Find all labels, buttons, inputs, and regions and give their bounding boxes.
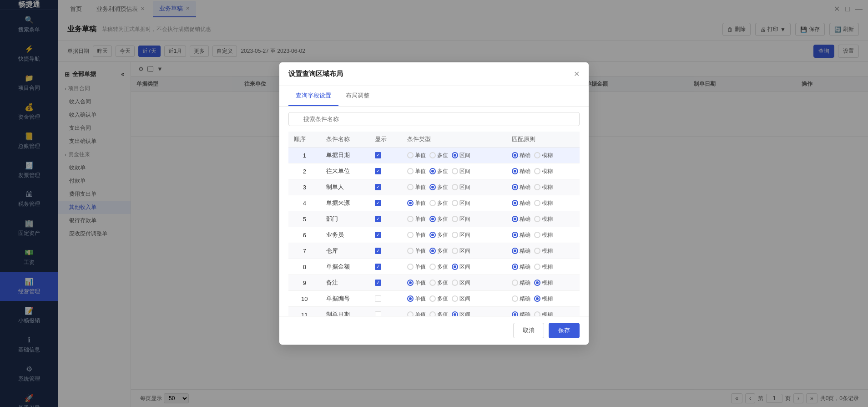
type-range-radio[interactable]: 区间	[452, 247, 470, 255]
cell-show[interactable]	[369, 275, 402, 291]
cell-order: 9	[288, 275, 321, 291]
type-single-radio[interactable]: 单值	[407, 168, 426, 175]
match-exact-radio[interactable]: 精确	[512, 199, 530, 207]
type-single-radio[interactable]: 单值	[407, 183, 426, 191]
search-wrapper: 🔍	[288, 112, 580, 126]
dialog-close-button[interactable]: ✕	[574, 70, 580, 78]
type-single-radio[interactable]: 单值	[407, 247, 426, 255]
match-exact-radio[interactable]: 精确	[512, 231, 530, 239]
show-checkbox[interactable]	[375, 248, 381, 254]
type-range-radio[interactable]: 区间	[452, 215, 470, 223]
match-exact-radio[interactable]: 精确	[512, 263, 530, 271]
show-checkbox[interactable]	[375, 232, 381, 238]
match-exact-radio[interactable]: 精确	[512, 279, 530, 287]
match-fuzzy-radio[interactable]: 模糊	[534, 279, 553, 287]
cell-show[interactable]	[369, 148, 402, 163]
show-checkbox[interactable]	[375, 168, 381, 174]
type-multi-radio[interactable]: 多值	[429, 215, 448, 223]
match-fuzzy-radio[interactable]: 模糊	[534, 231, 553, 239]
dialog-search-input[interactable]	[288, 112, 580, 126]
type-range-radio[interactable]: 区间	[452, 168, 470, 175]
match-exact-radio[interactable]: 精确	[512, 183, 530, 191]
match-exact-radio[interactable]: 精确	[512, 295, 530, 303]
cell-show[interactable]	[369, 259, 402, 275]
show-checkbox[interactable]	[375, 216, 381, 222]
show-checkbox[interactable]	[375, 152, 381, 158]
type-multi-radio[interactable]: 多值	[429, 199, 448, 207]
cell-type: 单值 多值 区间	[402, 291, 506, 307]
show-checkbox[interactable]	[375, 200, 381, 206]
type-single-radio[interactable]: 单值	[407, 199, 426, 207]
show-checkbox-empty[interactable]	[375, 311, 381, 316]
type-range-radio[interactable]: 区间	[452, 152, 470, 159]
show-checkbox[interactable]	[375, 280, 381, 286]
cell-match: 精确 模糊	[506, 195, 580, 211]
cell-show[interactable]	[369, 195, 402, 211]
match-fuzzy-radio[interactable]: 模糊	[534, 199, 553, 207]
type-multi-radio[interactable]: 多值	[429, 168, 448, 175]
cell-show[interactable]	[369, 179, 402, 195]
type-multi-radio[interactable]: 多值	[429, 247, 448, 255]
type-multi-radio[interactable]: 多值	[429, 295, 448, 303]
type-single-radio[interactable]: 单值	[407, 311, 426, 316]
dialog-overlay: 设置查询区域布局 ✕ 查询字段设置 布局调整 🔍	[0, 0, 868, 407]
cell-name: 制单人	[321, 179, 369, 195]
cancel-button[interactable]: 取消	[513, 323, 544, 338]
cell-show[interactable]	[369, 163, 402, 179]
cell-show[interactable]	[369, 243, 402, 259]
type-range-radio[interactable]: 区间	[452, 279, 470, 287]
match-fuzzy-radio[interactable]: 模糊	[534, 168, 553, 175]
match-fuzzy-radio[interactable]: 模糊	[534, 247, 553, 255]
match-exact-radio[interactable]: 精确	[512, 311, 530, 316]
type-multi-radio[interactable]: 多值	[429, 183, 448, 191]
type-single-radio[interactable]: 单值	[407, 152, 426, 159]
match-exact-radio[interactable]: 精确	[512, 247, 530, 255]
cell-match: 精确 模糊	[506, 148, 580, 163]
match-exact-radio[interactable]: 精确	[512, 152, 530, 159]
cell-show[interactable]	[369, 227, 402, 243]
type-range-radio[interactable]: 区间	[452, 311, 470, 316]
match-fuzzy-radio[interactable]: 模糊	[534, 263, 553, 271]
cell-name: 部门	[321, 211, 369, 227]
type-single-radio[interactable]: 单值	[407, 231, 426, 239]
match-fuzzy-radio[interactable]: 模糊	[534, 295, 553, 303]
type-range-radio[interactable]: 区间	[452, 263, 470, 271]
show-checkbox-empty[interactable]	[375, 295, 381, 302]
show-checkbox[interactable]	[375, 184, 381, 190]
table-row: 10 单据编号 单值 多值 区间	[288, 291, 580, 307]
cell-name: 单据来源	[321, 195, 369, 211]
tab-query-fields[interactable]: 查询字段设置	[288, 86, 338, 106]
match-exact-radio[interactable]: 精确	[512, 168, 530, 175]
type-multi-radio[interactable]: 多值	[429, 279, 448, 287]
type-multi-radio[interactable]: 多值	[429, 263, 448, 271]
type-single-radio[interactable]: 单值	[407, 215, 426, 223]
show-checkbox[interactable]	[375, 264, 381, 270]
table-row: 4 单据来源 单值 多值 区间	[288, 195, 580, 211]
type-single-radio[interactable]: 单值	[407, 263, 426, 271]
match-fuzzy-radio[interactable]: 模糊	[534, 152, 553, 159]
match-fuzzy-radio[interactable]: 模糊	[534, 183, 553, 191]
cell-name: 制单日期	[321, 307, 369, 316]
type-range-radio[interactable]: 区间	[452, 231, 470, 239]
table-row: 7 仓库 单值 多值 区间	[288, 243, 580, 259]
match-fuzzy-radio[interactable]: 模糊	[534, 215, 553, 223]
match-exact-radio[interactable]: 精确	[512, 215, 530, 223]
type-multi-radio[interactable]: 多值	[429, 152, 448, 159]
col-match: 匹配原则	[506, 132, 580, 148]
type-single-radio[interactable]: 单值	[407, 279, 426, 287]
cell-match: 精确 模糊	[506, 243, 580, 259]
type-range-radio[interactable]: 区间	[452, 199, 470, 207]
type-range-radio[interactable]: 区间	[452, 183, 470, 191]
type-multi-radio[interactable]: 多值	[429, 311, 448, 316]
tab-layout-adjust[interactable]: 布局调整	[338, 86, 377, 106]
type-multi-radio[interactable]: 多值	[429, 231, 448, 239]
cell-show[interactable]	[369, 291, 402, 307]
type-range-radio[interactable]: 区间	[452, 295, 470, 303]
dialog-save-button[interactable]: 保存	[549, 323, 580, 338]
match-fuzzy-radio[interactable]: 模糊	[534, 311, 553, 316]
dialog-body: 查询字段设置 布局调整 🔍 顺序 条件名称 显示	[279, 86, 589, 316]
type-single-radio[interactable]: 单值	[407, 295, 426, 303]
cell-type: 单值 多值 区间	[402, 179, 506, 195]
cell-show[interactable]	[369, 307, 402, 316]
cell-show[interactable]	[369, 211, 402, 227]
